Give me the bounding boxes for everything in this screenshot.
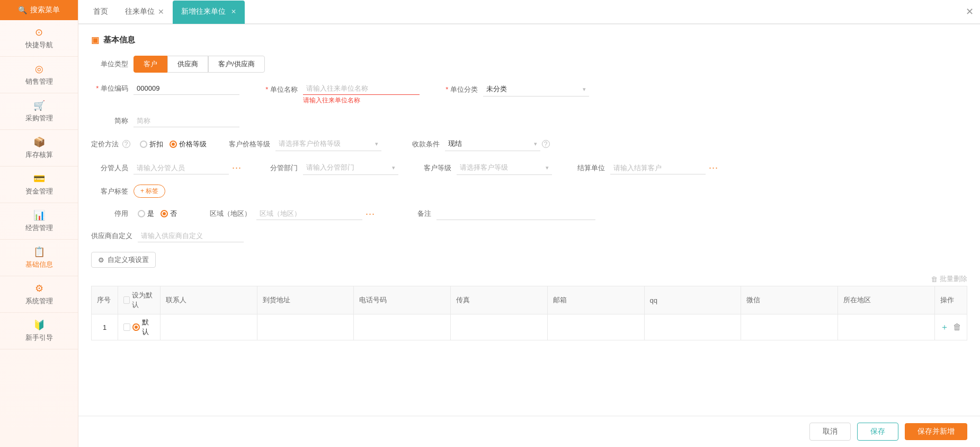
tab-partners[interactable]: 往来单位 ✕	[117, 1, 173, 24]
remark-input[interactable]	[436, 207, 595, 220]
cancel-button[interactable]: 取消	[809, 423, 851, 441]
supplier-custom-input[interactable]	[138, 230, 244, 242]
unit-type-label: 单位类型	[91, 59, 133, 69]
col-region: 所在地区	[838, 286, 935, 314]
save-new-button[interactable]: 保存并新增	[905, 423, 967, 440]
unit-btn-customer[interactable]: 客户	[133, 56, 167, 73]
window-close-icon[interactable]: ✕	[966, 6, 974, 17]
settlement-more-icon[interactable]: ···	[706, 162, 721, 173]
customer-price-level-label: 客户价格等级	[228, 139, 275, 149]
phone-input[interactable]	[359, 321, 445, 334]
custom-settings-button[interactable]: ⚙ 自定义项设置	[91, 252, 156, 268]
default-radio-circle	[132, 323, 139, 331]
settlement-unit-input[interactable]	[610, 162, 706, 174]
manager-input[interactable]	[133, 162, 229, 174]
manager-more-icon[interactable]: ···	[229, 162, 245, 173]
default-radio[interactable]: 默认	[132, 318, 155, 337]
select-all-checkbox[interactable]	[123, 296, 130, 304]
tab-new-partner[interactable]: 新增往来单位 ✕	[173, 1, 245, 24]
pricing-help-icon[interactable]: ?	[122, 140, 130, 148]
form-footer: 取消 保存 保存并新增	[78, 416, 980, 447]
customer-level-select[interactable]: 请选择客户等级 ▾	[457, 161, 552, 175]
region-input[interactable]	[256, 207, 362, 220]
search-icon: 🔍	[18, 6, 27, 14]
tab-new-partner-close-icon[interactable]: ✕	[231, 8, 236, 15]
add-row-icon[interactable]: ＋	[940, 322, 949, 333]
short-name-input[interactable]	[133, 115, 239, 127]
qq-input[interactable]	[650, 321, 736, 334]
save-button[interactable]: 保存	[857, 423, 898, 441]
guide-icon: 🔰	[33, 319, 45, 331]
sidebar-item-operations[interactable]: 📊 经营管理	[0, 203, 78, 240]
address-input[interactable]	[263, 321, 349, 334]
customer-price-level-group: 客户价格等级 请选择客户价格等级 ▾	[228, 137, 381, 151]
short-name-row: 简称	[91, 115, 967, 127]
manager-label: 分管人员	[91, 163, 133, 173]
region-table-input[interactable]	[843, 321, 929, 334]
sidebar-item-inventory[interactable]: 📦 库存核算	[0, 130, 78, 166]
department-select[interactable]: 请输入分管部门 ▾	[303, 161, 398, 175]
chevron-down-icon4: ▾	[392, 164, 395, 171]
payment-terms-select[interactable]: 现结 ▾	[445, 137, 540, 151]
customer-price-level-select[interactable]: 请选择客户价格等级 ▾	[275, 137, 381, 151]
department-group: 分管部门 请输入分管部门 ▾	[266, 161, 398, 175]
sidebar-item-label: 销售管理	[25, 77, 53, 86]
email-input[interactable]	[553, 321, 639, 334]
cell-phone	[354, 314, 451, 340]
radio-no-label: 否	[170, 209, 177, 218]
sidebar-item-system[interactable]: ⚙ 系统管理	[0, 276, 78, 313]
tab-home[interactable]: 首页	[85, 1, 117, 24]
sidebar-item-label: 基础信息	[25, 260, 53, 269]
unit-category-group: * 单位分类 未分类 ▾	[441, 82, 589, 97]
col-contact: 联系人	[161, 286, 257, 314]
customer-tag-label: 客户标签	[91, 187, 133, 196]
fax-input[interactable]	[456, 321, 542, 334]
unit-btn-both[interactable]: 客户/供应商	[208, 56, 265, 73]
sidebar-item-guide[interactable]: 🔰 新手引导	[0, 313, 78, 349]
disabled-label: 停用	[91, 209, 133, 218]
sidebar-item-purchase[interactable]: 🛒 采购管理	[0, 93, 78, 130]
payment-help-icon[interactable]: ?	[542, 140, 550, 148]
col-fax: 传真	[451, 286, 548, 314]
short-name-group: 简称	[91, 115, 239, 127]
add-tag-button[interactable]: + 标签	[133, 185, 165, 198]
cell-contact	[161, 314, 257, 340]
quick-nav-icon: ⊙	[35, 27, 43, 38]
customer-level-label: 客户等级	[420, 163, 457, 173]
unit-category-select[interactable]: 未分类 ▾	[483, 82, 589, 97]
remark-group: 备注	[410, 207, 595, 220]
sidebar-item-sales[interactable]: ◎ 销售管理	[0, 57, 78, 93]
row-checkbox[interactable]	[123, 323, 130, 331]
unit-btn-supplier[interactable]: 供应商	[167, 56, 208, 73]
delete-row-icon[interactable]: 🗑	[953, 322, 961, 332]
tab-partners-close-icon[interactable]: ✕	[158, 7, 164, 16]
radio-price-level[interactable]: 价格等级	[170, 139, 207, 149]
radio-no[interactable]: 否	[161, 209, 177, 218]
settlement-unit-label: 结算单位	[573, 163, 610, 173]
sidebar-item-basics[interactable]: 📋 基础信息	[0, 240, 78, 276]
purchase-icon: 🛒	[33, 100, 45, 111]
region-more-icon[interactable]: ···	[362, 208, 378, 220]
wechat-input[interactable]	[746, 321, 832, 334]
manager-group: 分管人员 ···	[91, 162, 245, 174]
col-index: 序号	[92, 286, 118, 314]
section-basic-info: ▣ 基本信息	[91, 35, 967, 45]
contact-input[interactable]	[166, 321, 252, 334]
sidebar-item-quick-nav[interactable]: ⊙ 快捷导航	[0, 20, 78, 57]
tab-bar: 首页 往来单位 ✕ 新增往来单位 ✕ ✕	[78, 0, 980, 24]
unit-code-input[interactable]	[133, 82, 239, 95]
search-menu-item[interactable]: 🔍 搜索菜单	[0, 0, 78, 20]
unit-name-label: * 单位名称	[261, 82, 303, 94]
pricing-radio-group: 折扣 价格等级	[140, 139, 207, 149]
radio-discount[interactable]: 折扣	[140, 139, 163, 149]
col-address: 到货地址	[257, 286, 354, 314]
batch-delete-label[interactable]: 批量删除	[940, 274, 967, 284]
sidebar-item-finance[interactable]: 💳 资金管理	[0, 166, 78, 203]
sidebar-item-label: 系统管理	[25, 296, 53, 306]
short-name-label: 简称	[91, 116, 133, 126]
chevron-down-icon2: ▾	[375, 141, 378, 147]
col-action: 操作	[934, 286, 967, 314]
radio-yes[interactable]: 是	[138, 209, 154, 218]
unit-name-input[interactable]	[303, 82, 420, 95]
unit-code-group: * 单位编码	[91, 82, 239, 95]
